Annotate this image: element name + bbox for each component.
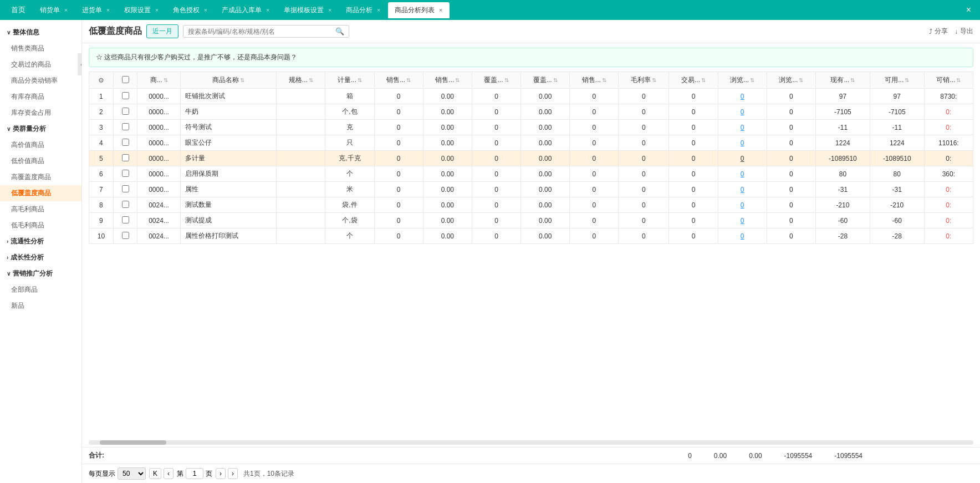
sidebar-item-new-goods[interactable]: 新品 xyxy=(0,298,81,314)
cell-cover1: 0 xyxy=(472,120,520,135)
search-box[interactable]: 🔍 xyxy=(183,25,349,38)
cell-name: 测试提成 xyxy=(180,213,276,228)
col-code[interactable]: 商...⇅ xyxy=(137,72,181,89)
sidebar-item-inventory-goods[interactable]: 有库存商品 xyxy=(0,89,81,105)
cell-checkbox[interactable] xyxy=(113,104,137,120)
col-browse1[interactable]: 浏览...⇅ xyxy=(718,72,767,89)
cell-browse1[interactable]: 0 xyxy=(718,151,767,166)
cell-browse1[interactable]: 0 xyxy=(718,228,767,244)
sidebar-item-sales-goods[interactable]: 销售类商品 xyxy=(0,40,81,57)
sidebar-item-high-margin[interactable]: 高毛利商品 xyxy=(0,201,81,217)
cell-unit: 个,包 xyxy=(325,104,374,120)
cell-checkbox[interactable] xyxy=(113,197,137,213)
cell-checkbox[interactable] xyxy=(113,120,137,135)
nav-purchase[interactable]: 进货单 × xyxy=(75,2,116,18)
col-checkbox[interactable] xyxy=(113,72,137,89)
col-cover2[interactable]: 覆盖...⇅ xyxy=(521,72,570,89)
nav-home[interactable]: 首页 xyxy=(4,2,32,18)
col-sales3[interactable]: 销售...⇅ xyxy=(570,72,619,89)
sidebar-section-cluster[interactable]: ∨ 类群量分析 xyxy=(0,121,81,137)
sidebar-item-high-value[interactable]: 高价值商品 xyxy=(0,137,81,153)
nav-permission[interactable]: 权限设置 × xyxy=(118,2,165,18)
cell-browse1[interactable]: 0 xyxy=(718,120,767,135)
col-sellable[interactable]: 可销...⇅ xyxy=(924,72,973,89)
cell-checkbox[interactable] xyxy=(113,135,137,151)
sidebar-section-marketing[interactable]: ∨ 营销推广分析 xyxy=(0,266,81,282)
sidebar-collapse-btn[interactable]: « xyxy=(78,53,82,75)
last-page-btn[interactable]: › xyxy=(228,468,238,479)
filter-recent-month[interactable]: 近一月 xyxy=(146,24,178,38)
col-margin[interactable]: 毛利率⇅ xyxy=(619,72,669,89)
col-unit[interactable]: 计量...⇅ xyxy=(325,72,374,89)
search-input[interactable] xyxy=(188,28,335,35)
nav-role-close[interactable]: × xyxy=(204,7,207,13)
nav-product-analysis[interactable]: 商品分析 × xyxy=(339,2,387,18)
sidebar-item-inventory-capital[interactable]: 库存资金占用 xyxy=(0,105,81,121)
col-spec[interactable]: 规格...⇅ xyxy=(277,72,325,89)
cell-trade: 0 xyxy=(669,135,718,151)
sidebar-item-traded-goods[interactable]: 交易过的商品 xyxy=(0,57,81,73)
nav-sales[interactable]: 销货单 × xyxy=(33,2,74,18)
cell-browse1[interactable]: 0 xyxy=(718,89,767,104)
nav-product-analysis-list-close[interactable]: × xyxy=(439,7,442,13)
col-trade[interactable]: 交易...⇅ xyxy=(669,72,718,89)
col-browse2[interactable]: 浏览...⇅ xyxy=(767,72,815,89)
nav-permission-close[interactable]: × xyxy=(155,7,159,13)
sidebar-section-circulation[interactable]: › 流通性分析 xyxy=(0,233,81,250)
col-sales-amt[interactable]: 销售...⇅ xyxy=(423,72,472,89)
cell-browse1[interactable]: 0 xyxy=(718,213,767,228)
sidebar-item-low-value[interactable]: 低价值商品 xyxy=(0,153,81,169)
nav-product-analysis-close[interactable]: × xyxy=(377,7,380,13)
col-current-stock[interactable]: 现有...⇅ xyxy=(815,72,870,89)
cell-browse1[interactable]: 0 xyxy=(718,135,767,151)
export-button[interactable]: ↓ 导出 xyxy=(955,27,973,36)
col-cover1[interactable]: 覆盖...⇅ xyxy=(472,72,520,89)
nav-template[interactable]: 单据模板设置 × xyxy=(277,2,338,18)
sidebar-item-high-coverage[interactable]: 高覆盖度商品 xyxy=(0,169,81,185)
cell-browse1[interactable]: 0 xyxy=(718,197,767,213)
cell-checkbox[interactable] xyxy=(113,213,137,228)
prev-page-btn[interactable]: ‹ xyxy=(164,468,173,479)
nav-product-warehouse-close[interactable]: × xyxy=(266,7,269,13)
cell-checkbox[interactable] xyxy=(113,89,137,104)
cell-code: 0024... xyxy=(137,213,181,228)
first-page-btn[interactable]: K xyxy=(149,468,161,479)
cell-browse1[interactable]: 0 xyxy=(718,104,767,120)
cell-browse1[interactable]: 0 xyxy=(718,182,767,197)
select-all-checkbox[interactable] xyxy=(122,76,129,83)
cell-spec xyxy=(277,151,325,166)
sidebar-item-all-goods[interactable]: 全部商品 xyxy=(0,282,81,298)
col-available[interactable]: 可用...⇅ xyxy=(870,72,924,89)
window-close-btn[interactable]: × xyxy=(962,3,976,17)
table-row: 3 0000... 符号测试 克 0 0.00 0 0.00 0 0 0 0 0… xyxy=(89,120,973,135)
cell-no: 3 xyxy=(89,120,114,135)
page-number-input[interactable] xyxy=(186,468,203,479)
col-settings[interactable]: ⚙ xyxy=(89,72,114,89)
table-row: 5 0000... 多计量 克,千克 0 0.00 0 0.00 0 0 0 0… xyxy=(89,151,973,166)
next-page-btn[interactable]: › xyxy=(216,468,226,479)
sidebar-item-category-turnover[interactable]: 商品分类动销率 xyxy=(0,73,81,89)
sidebar-item-low-margin[interactable]: 低毛利商品 xyxy=(0,217,81,233)
cell-checkbox[interactable] xyxy=(113,182,137,197)
nav-product-warehouse[interactable]: 产成品入库单 × xyxy=(215,2,276,18)
sidebar-item-low-coverage[interactable]: 低覆盖度商品 xyxy=(0,185,81,201)
nav-purchase-close[interactable]: × xyxy=(106,7,110,13)
scrollbar-thumb[interactable] xyxy=(100,440,166,445)
cell-checkbox[interactable] xyxy=(113,228,137,244)
cell-checkbox[interactable] xyxy=(113,166,137,182)
nav-role[interactable]: 角色授权 × xyxy=(166,2,214,18)
nav-template-close[interactable]: × xyxy=(328,7,331,13)
col-sales-qty[interactable]: 销售...⇅ xyxy=(374,72,423,89)
nav-product-analysis-list[interactable]: 商品分析列表 × xyxy=(388,2,449,18)
per-page-select[interactable]: 20 50 100 xyxy=(118,467,146,480)
share-button[interactable]: ⤴ 分享 xyxy=(929,27,948,36)
cell-browse1[interactable]: 0 xyxy=(718,166,767,182)
cell-no: 8 xyxy=(89,197,114,213)
cell-browse2: 0 xyxy=(767,151,815,166)
nav-sales-close[interactable]: × xyxy=(64,7,68,13)
sidebar-section-growth[interactable]: › 成长性分析 xyxy=(0,250,81,266)
cell-checkbox[interactable] xyxy=(113,151,137,166)
sidebar-section-overall[interactable]: ∨ 整体信息 xyxy=(0,24,81,40)
col-name[interactable]: 商品名称⇅ xyxy=(180,72,276,89)
horizontal-scrollbar[interactable] xyxy=(89,440,973,445)
